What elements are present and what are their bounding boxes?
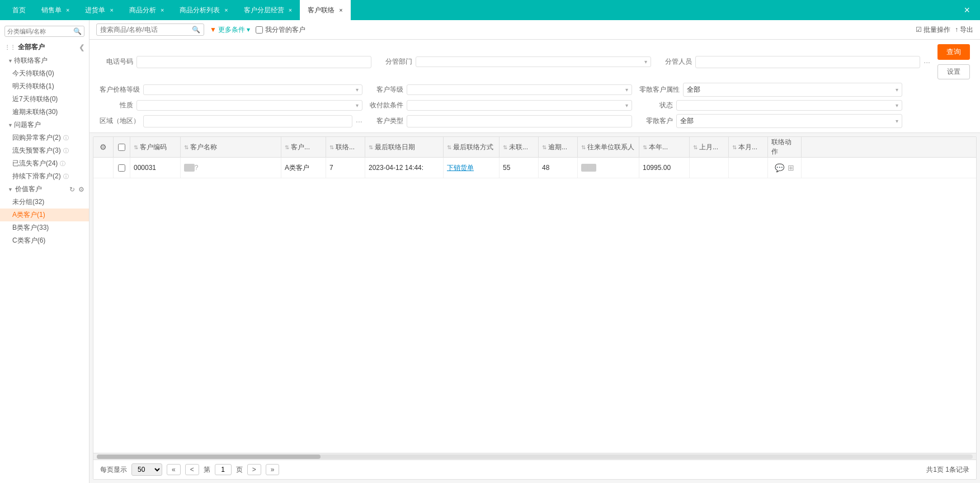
nav-customer-contact-close[interactable]: × — [339, 7, 342, 13]
repurchase-info-icon[interactable]: ⓘ — [63, 134, 69, 142]
filter-person-input[interactable] — [695, 56, 921, 68]
prev-page-btn[interactable]: < — [185, 464, 199, 475]
action-more-icon[interactable]: ⊞ — [788, 163, 794, 172]
th-last-date-sort[interactable]: ⇅ — [369, 144, 373, 150]
nav-customer-segment[interactable]: 客户分层经营 × — [236, 0, 300, 20]
sidebar-problem-group[interactable]: ▼ 问题客户 — [0, 119, 89, 131]
filter-dept-label: 分管部门 — [379, 57, 412, 67]
pagination-bar: 每页显示 50 100 200 « < 第 页 > » 共1页 1条记录 — [93, 460, 976, 479]
filter-nature-select[interactable]: ▾ — [136, 100, 362, 111]
th-contact-sort[interactable]: ⇅ — [329, 144, 334, 150]
nav-goods-analysis[interactable]: 商品分析 × — [121, 0, 172, 20]
td-action[interactable]: 💬 ⊞ — [768, 158, 802, 178]
filter-payment-select[interactable]: ▾ — [407, 100, 633, 111]
filter-status-select[interactable]: ▾ — [676, 100, 902, 111]
th-thisyear-sort[interactable]: ⇅ — [643, 144, 647, 150]
filter-region-input[interactable] — [143, 115, 352, 127]
row-checkbox[interactable] — [118, 164, 125, 172]
td-check[interactable] — [114, 158, 130, 178]
nav-goods-list-close[interactable]: × — [224, 7, 228, 13]
sidebar-pending-group[interactable]: ▼ 待联络客户 — [0, 54, 89, 67]
export-btn[interactable]: ↑ 导出 — [955, 25, 973, 35]
th-name-sort[interactable]: ⇅ — [184, 144, 189, 150]
nav-home[interactable]: 首页 — [4, 0, 34, 20]
person-more-dots[interactable]: ··· — [924, 58, 930, 67]
th-check[interactable] — [114, 137, 130, 157]
per-page-select[interactable]: 50 100 200 — [131, 463, 162, 476]
sidebar-item-overdue[interactable]: 逾期未联络(30) — [0, 106, 89, 119]
last-page-btn[interactable]: » — [266, 464, 280, 475]
sidebar-item-churned-label: 已流失客户(24) — [12, 159, 58, 168]
declining-info-icon[interactable]: ⓘ — [63, 173, 69, 181]
filter-search-input[interactable] — [100, 26, 190, 34]
sidebar-all-customers[interactable]: ⋮⋮ 全部客户 ❮ — [0, 40, 89, 54]
nav-close-all[interactable]: × — [958, 4, 976, 16]
nav-sales-close[interactable]: × — [66, 7, 69, 13]
th-uncontact-sort[interactable]: ⇅ — [503, 144, 507, 150]
settings-button[interactable]: 设置 — [937, 64, 970, 79]
filter-pricelevel-select[interactable]: ▾ — [143, 84, 362, 95]
sidebar-item-today[interactable]: 今天待联络(0) — [0, 67, 89, 80]
sidebar-item-today-label: 今天待联络(0) — [12, 69, 54, 78]
churned-info-icon[interactable]: ⓘ — [60, 160, 65, 168]
nav-purchase-close[interactable]: × — [110, 7, 113, 13]
sidebar-item-ungroup[interactable]: 未分组(32) — [0, 196, 89, 209]
th-lastmonth-sort[interactable]: ⇅ — [693, 144, 698, 150]
my-customers-checkbox[interactable]: 我分管的客户 — [256, 25, 305, 35]
filter-dept-select[interactable]: ▾ — [416, 56, 651, 67]
filter-more-conditions[interactable]: ▼ 更多条件 ▾ — [210, 25, 250, 35]
th-histunit-sort[interactable]: ⇅ — [581, 144, 586, 150]
horizontal-scrollbar[interactable] — [93, 453, 976, 460]
td-last-way[interactable]: 下销货单 — [444, 158, 500, 178]
filter-level-select[interactable]: ▾ — [407, 84, 633, 95]
row-last-way-link[interactable]: 下销货单 — [447, 163, 474, 173]
sidebar-item-a-class[interactable]: A类客户(1) — [0, 209, 89, 221]
region-more-dots[interactable]: ··· — [356, 117, 362, 126]
nav-goods-list[interactable]: 商品分析列表 × — [172, 0, 235, 20]
sidebar-item-churned[interactable]: 已流失客户(24) ⓘ — [0, 157, 89, 170]
action-chat-icon[interactable]: 💬 — [775, 163, 784, 172]
sidebar-item-declining[interactable]: 持续下滑客户(2) ⓘ — [0, 170, 89, 183]
sidebar-search-input[interactable] — [7, 28, 73, 35]
value-settings-icon[interactable]: ⚙ — [78, 186, 84, 193]
sidebar-search-box[interactable]: 🔍 — [4, 26, 84, 37]
my-customers-check-input[interactable] — [256, 26, 263, 34]
sidebar-item-repurchase[interactable]: 回购异常客户(2) ⓘ — [0, 131, 89, 144]
sidebar-search-icon[interactable]: 🔍 — [73, 27, 82, 35]
scroll-track[interactable] — [97, 454, 973, 459]
nav-customer-segment-close[interactable]: × — [289, 7, 292, 13]
nav-customer-contact[interactable]: 客户联络 × — [300, 0, 350, 20]
filter-search-icon[interactable]: 🔍 — [192, 26, 200, 34]
sidebar-item-c-class[interactable]: C类客户(6) — [0, 234, 89, 247]
filter-retail-select[interactable]: 全部▾ — [676, 114, 902, 128]
gear-icon[interactable]: ⚙ — [100, 143, 107, 151]
th-last-way-sort[interactable]: ⇅ — [447, 144, 451, 150]
churn-warn-info-icon[interactable]: ⓘ — [63, 147, 69, 155]
th-gear[interactable]: ⚙ — [93, 137, 114, 157]
batch-op-btn[interactable]: ☑ 批量操作 — [916, 25, 950, 35]
sidebar-item-b-class[interactable]: B类客户(33) — [0, 221, 89, 234]
page-input[interactable] — [215, 464, 232, 475]
filter-retailattr-select[interactable]: 全部▾ — [683, 83, 902, 97]
sidebar-item-7days[interactable]: 近7天待联络(0) — [0, 93, 89, 106]
th-check-all[interactable] — [118, 144, 125, 151]
filter-search-box[interactable]: 🔍 — [96, 23, 204, 36]
nav-sales[interactable]: 销售单 × — [34, 0, 77, 20]
sidebar-item-tomorrow[interactable]: 明天待联络(1) — [0, 80, 89, 93]
sidebar-collapse-icon[interactable]: ❮ — [79, 44, 84, 51]
scroll-thumb[interactable] — [97, 454, 321, 459]
th-type-sort[interactable]: ⇅ — [285, 144, 289, 150]
sidebar-item-churn-warn[interactable]: 流失预警客户(3) ⓘ — [0, 144, 89, 157]
nav-purchase[interactable]: 进货单 × — [77, 0, 121, 20]
filter-phone-input[interactable] — [136, 56, 371, 68]
th-code-sort[interactable]: ⇅ — [134, 144, 138, 150]
th-thismonth-sort[interactable]: ⇅ — [732, 144, 737, 150]
query-button[interactable]: 查询 — [937, 44, 970, 60]
value-refresh-icon[interactable]: ↻ — [69, 186, 75, 193]
filter-custtype-input[interactable] — [407, 115, 633, 127]
nav-goods-analysis-close[interactable]: × — [161, 7, 164, 13]
next-page-btn[interactable]: > — [247, 464, 261, 475]
sidebar-value-group[interactable]: ▼ 价值客户 ↻ ⚙ — [0, 183, 89, 196]
th-overdue-sort[interactable]: ⇅ — [542, 144, 546, 150]
first-page-btn[interactable]: « — [167, 464, 181, 475]
